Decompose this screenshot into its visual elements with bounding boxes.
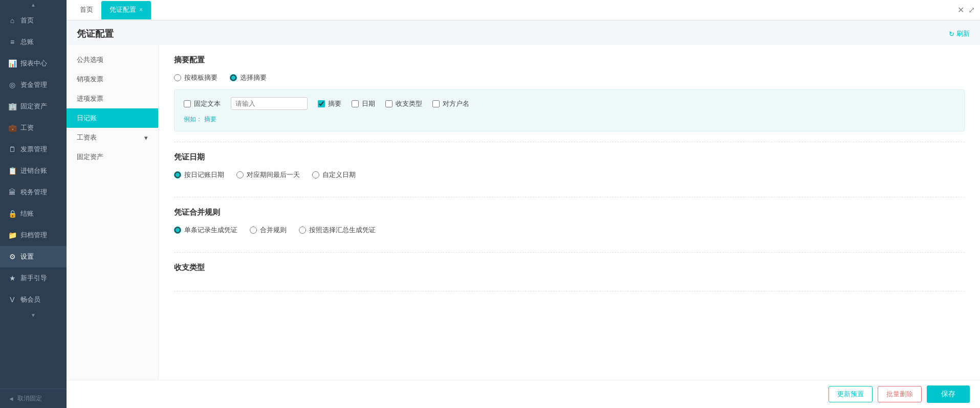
sidebar-item-close[interactable]: 🔒 结账 bbox=[0, 203, 67, 224]
income-type-title: 收支类型 bbox=[174, 263, 965, 273]
sidebar-item-settings[interactable]: ⚙ 设置 bbox=[0, 246, 67, 267]
checkbox-fixed-text[interactable]: 固定文本 bbox=[184, 99, 221, 108]
window-close-icon[interactable]: ✕ bbox=[957, 5, 964, 15]
sidebar-item-reports[interactable]: 📊 报表中心 bbox=[0, 53, 67, 74]
sidebar-item-assets[interactable]: 🏢 固定资产 bbox=[0, 96, 67, 117]
sidebar-item-funds[interactable]: ◎ 资金管理 bbox=[0, 74, 67, 96]
merge-radio-rule[interactable]: 合并规则 bbox=[250, 225, 287, 235]
save-button[interactable]: 保存 bbox=[927, 386, 970, 403]
guide-icon: ★ bbox=[8, 274, 16, 282]
tab-home-label: 首页 bbox=[80, 6, 93, 13]
checkbox-income-type[interactable]: 收支类型 bbox=[385, 99, 422, 108]
single-label: 单条记录生成凭证 bbox=[184, 225, 237, 235]
example-label: 例如： bbox=[184, 116, 202, 123]
checkbox-date[interactable]: 日期 bbox=[352, 99, 375, 108]
date-checkbox[interactable] bbox=[352, 100, 359, 107]
left-nav-public-label: 公共选项 bbox=[77, 55, 103, 64]
merge-rule-radio[interactable] bbox=[250, 226, 257, 234]
tab-close-button[interactable]: × bbox=[139, 6, 143, 13]
sidebar-item-vip[interactable]: V 畅会员 bbox=[0, 289, 67, 310]
income-type-checkbox[interactable] bbox=[385, 100, 393, 107]
sidebar-item-label: 畅会员 bbox=[20, 295, 40, 304]
summary-template-label: 按模板摘要 bbox=[184, 73, 217, 82]
example-value: 摘要 bbox=[204, 116, 216, 123]
sidebar-item-label: 工资 bbox=[20, 123, 34, 132]
tab-voucher-config[interactable]: 凭证配置 × bbox=[101, 1, 151, 19]
summary-select-radio[interactable] bbox=[230, 74, 237, 81]
select-sum-label: 按照选择汇总生成凭证 bbox=[309, 225, 376, 235]
reports-icon: 📊 bbox=[8, 59, 16, 67]
sidebar-item-invoice[interactable]: 🗒 发票管理 bbox=[0, 139, 67, 160]
sidebar-item-archive[interactable]: 📁 归档管理 bbox=[0, 224, 67, 246]
summary-select-label: 选择摘要 bbox=[240, 73, 267, 82]
left-nav-sales-invoice[interactable]: 销项发票 bbox=[67, 70, 158, 89]
date-radio-group: 按日记账日期 对应期间最后一天 自定义日期 bbox=[174, 170, 965, 179]
sidebar-unpin[interactable]: ◄ 取消固定 bbox=[0, 389, 67, 408]
vip-icon: V bbox=[8, 296, 16, 304]
sidebar: ▲ ⌂ 首页 ≡ 总账 📊 报表中心 ◎ 资金管理 🏢 固定资产 💼 工资 🗒 … bbox=[0, 0, 67, 408]
left-nav-fixed-assets[interactable]: 固定资产 bbox=[67, 147, 158, 167]
pin-icon: ◄ bbox=[8, 395, 14, 402]
home-icon: ⌂ bbox=[8, 16, 16, 25]
summary-radio-template[interactable]: 按模板摘要 bbox=[174, 73, 217, 82]
summary-checkbox[interactable] bbox=[318, 100, 325, 107]
date-title: 凭证日期 bbox=[174, 152, 965, 162]
select-sum-radio[interactable] bbox=[299, 226, 306, 234]
sidebar-scroll-down[interactable]: ▼ bbox=[0, 310, 67, 320]
custom-date-radio[interactable] bbox=[312, 171, 319, 178]
summary-title: 摘要配置 bbox=[174, 55, 965, 65]
unpin-label: 取消固定 bbox=[17, 394, 42, 403]
left-nav-purchase-invoice[interactable]: 进项发票 bbox=[67, 89, 158, 108]
sidebar-item-ledger[interactable]: ≡ 总账 bbox=[0, 31, 67, 53]
sidebar-item-guide[interactable]: ★ 新手引导 bbox=[0, 267, 67, 289]
date-label: 日期 bbox=[362, 99, 375, 108]
checkbox-section: 固定文本 摘要 日期 收支类型 bbox=[174, 89, 965, 131]
counterparty-checkbox[interactable] bbox=[432, 100, 440, 107]
journal-date-radio[interactable] bbox=[174, 171, 181, 178]
fixed-text-checkbox[interactable] bbox=[184, 100, 191, 107]
checkbox-summary[interactable]: 摘要 bbox=[318, 99, 341, 108]
fixed-text-input[interactable] bbox=[231, 97, 308, 110]
date-section: 凭证日期 按日记账日期 对应期间最后一天 自定义日期 bbox=[174, 152, 965, 197]
summary-radio-select[interactable]: 选择摘要 bbox=[230, 73, 267, 82]
right-content: 摘要配置 按模板摘要 选择摘要 固定文本 bbox=[159, 45, 980, 380]
left-nav-fixed-assets-label: 固定资产 bbox=[77, 152, 103, 162]
date-radio-custom[interactable]: 自定义日期 bbox=[312, 170, 356, 179]
sidebar-item-label: 总账 bbox=[20, 37, 34, 47]
left-nav-public[interactable]: 公共选项 bbox=[67, 50, 158, 70]
custom-date-label: 自定义日期 bbox=[322, 170, 356, 179]
bottom-bar: 更新预置 批量删除 保存 bbox=[67, 380, 980, 408]
example-row: 例如： 摘要 bbox=[184, 115, 955, 124]
last-period-radio[interactable] bbox=[236, 171, 244, 178]
merge-radio-single[interactable]: 单条记录生成凭证 bbox=[174, 225, 237, 235]
merge-title: 凭证合并规则 bbox=[174, 208, 965, 217]
settings-icon: ⚙ bbox=[8, 253, 16, 261]
checkbox-counterparty[interactable]: 对方户名 bbox=[432, 99, 469, 108]
update-preview-button[interactable]: 更新预置 bbox=[829, 386, 873, 402]
merge-radio-select-sum[interactable]: 按照选择汇总生成凭证 bbox=[299, 225, 376, 235]
sidebar-item-label: 进销台账 bbox=[20, 166, 47, 175]
sidebar-item-home[interactable]: ⌂ 首页 bbox=[0, 10, 67, 31]
invoice-icon: 🗒 bbox=[8, 145, 16, 153]
page-title: 凭证配置 bbox=[77, 28, 114, 40]
sidebar-item-salary[interactable]: 💼 工资 bbox=[0, 117, 67, 139]
batch-delete-button[interactable]: 批量删除 bbox=[878, 386, 922, 402]
left-nav-sales-invoice-label: 销项发票 bbox=[77, 75, 103, 84]
merge-rule-label: 合并规则 bbox=[260, 225, 287, 235]
sidebar-scroll-up[interactable]: ▲ bbox=[0, 0, 67, 10]
single-radio[interactable] bbox=[174, 226, 181, 234]
left-nav: 公共选项 销项发票 进项发票 日记账 工资表 ▾ 固定资产 bbox=[67, 45, 159, 380]
date-radio-last-period[interactable]: 对应期间最后一天 bbox=[236, 170, 300, 179]
left-nav-payroll[interactable]: 工资表 ▾ bbox=[67, 128, 158, 147]
sidebar-item-sales[interactable]: 📋 进销台账 bbox=[0, 160, 67, 182]
content-layout: 公共选项 销项发票 进项发票 日记账 工资表 ▾ 固定资产 摘要配置 bbox=[67, 45, 980, 380]
summary-template-radio[interactable] bbox=[174, 74, 181, 81]
sidebar-item-tax[interactable]: 🏛 税务管理 bbox=[0, 182, 67, 203]
window-restore-icon[interactable]: ⤢ bbox=[968, 5, 975, 15]
merge-section: 凭证合并规则 单条记录生成凭证 合并规则 按照选择汇总生成凭证 bbox=[174, 208, 965, 253]
date-radio-journal[interactable]: 按日记账日期 bbox=[174, 170, 224, 179]
left-nav-journal[interactable]: 日记账 bbox=[67, 108, 158, 128]
refresh-button[interactable]: ↻ 刷新 bbox=[949, 29, 970, 38]
checkbox-row: 固定文本 摘要 日期 收支类型 bbox=[184, 97, 955, 110]
tab-home[interactable]: 首页 bbox=[72, 1, 101, 19]
